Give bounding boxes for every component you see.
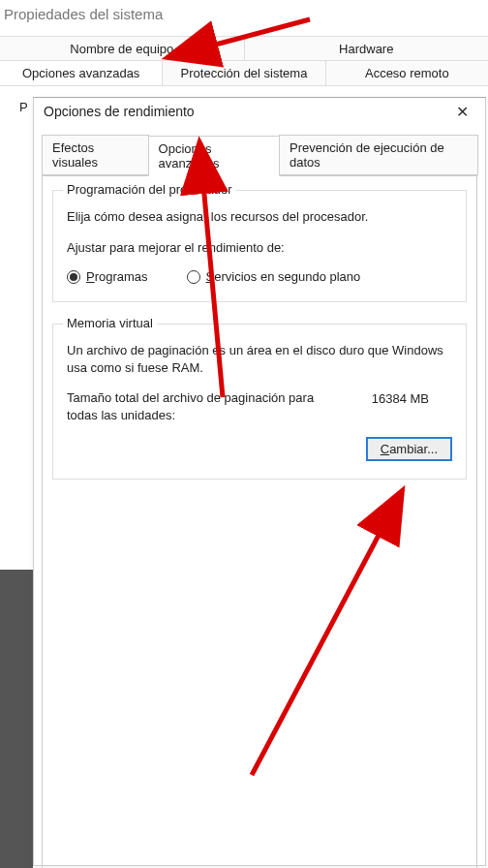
radio-services-label: Servicios en segundo plano [206,269,361,284]
background-strip [0,570,33,868]
vm-button-row: Cambiar... [67,437,452,461]
processor-legend: Programación del procesador [63,182,236,197]
radio-programs-label: Programas [86,269,148,284]
system-properties-title: Propiedades del sistema [0,0,488,36]
tab-system-protection[interactable]: Protección del sistema [163,61,325,85]
tab-hardware[interactable]: Hardware [245,37,489,60]
tab-advanced-options[interactable]: Opciones avanzadas [0,61,163,85]
vm-size-value: 16384 MB [372,389,452,406]
processor-scheduling-group: Programación del procesador Elija cómo d… [52,190,467,302]
dialog-titlebar: Opciones de rendimiento ✕ [34,98,485,125]
radio-icon [187,270,200,284]
virtual-memory-group: Memoria virtual Un archivo de paginación… [52,324,467,480]
change-button[interactable]: Cambiar... [366,437,452,461]
tab-visual-effects[interactable]: Efectos visuales [42,135,149,175]
tab-advanced[interactable]: Opciones avanzadas [148,136,280,176]
radio-icon [67,270,80,284]
processor-desc: Elija cómo desea asignar los recursos de… [67,208,452,226]
close-button[interactable]: ✕ [448,98,475,125]
vm-legend: Memoria virtual [63,316,157,330]
bg-tab-row-1: Nombre de equipo Hardware [0,36,488,61]
tab-dep[interactable]: Prevención de ejecución de datos [279,135,478,175]
tab-computer-name[interactable]: Nombre de equipo [0,37,245,60]
vm-size-label: Tamaño total del archivo de paginación p… [67,389,319,423]
dialog-panel: Programación del procesador Elija cómo d… [42,175,477,868]
vm-size-row: Tamaño total del archivo de paginación p… [67,389,452,423]
bg-tab-row-2: Opciones avanzadas Protección del sistem… [0,61,488,86]
dialog-tabs: Efectos visuales Opciones avanzadas Prev… [42,135,477,175]
performance-options-dialog: Opciones de rendimiento ✕ Efectos visual… [33,97,486,866]
close-icon: ✕ [456,103,469,121]
dialog-title: Opciones de rendimiento [44,104,448,119]
vm-desc: Un archivo de paginación es un área en e… [67,342,452,376]
tab-remote-access[interactable]: Acceso remoto [326,61,488,85]
processor-adjust-label: Ajustar para mejorar el rendimiento de: [67,239,452,257]
processor-radio-row: Programas Servicios en segundo plano [67,269,452,284]
radio-background-services[interactable]: Servicios en segundo plano [187,269,361,284]
radio-programs[interactable]: Programas [67,269,148,284]
